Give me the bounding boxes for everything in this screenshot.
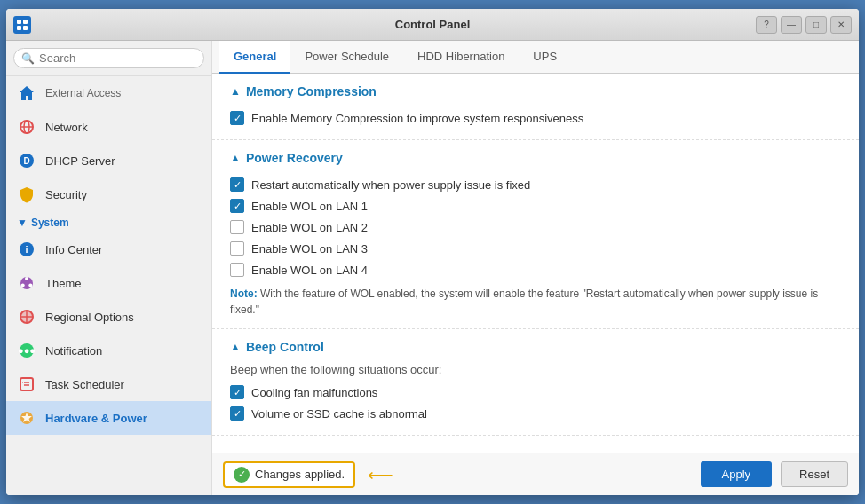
sidebar-item-external-access[interactable]: External Access xyxy=(6,76,211,110)
svg-text:●●●: ●●● xyxy=(18,345,36,356)
home-icon xyxy=(17,83,36,103)
bottom-bar: ✓ Changes applied. ⟵ Apply Reset xyxy=(212,453,859,495)
tab-power-schedule[interactable]: Power Schedule xyxy=(290,41,403,74)
wol-lan1-row: ✓ Enable WOL on LAN 1 xyxy=(230,195,841,217)
titlebar-left xyxy=(13,16,31,34)
tab-bar: General Power Schedule HDD Hibernation U… xyxy=(212,41,859,74)
svg-rect-2 xyxy=(17,26,21,30)
power-recovery-section: ▲ Power Recovery ✓ Restart automatically… xyxy=(212,140,859,329)
help-button[interactable]: ? xyxy=(756,16,777,34)
tab-hdd-hibernation[interactable]: HDD Hibernation xyxy=(403,41,519,74)
wol-lan1-checkbox[interactable]: ✓ xyxy=(230,199,244,213)
notification-icon: ●●● xyxy=(17,341,36,360)
restart-auto-checkbox[interactable]: ✓ xyxy=(230,177,244,192)
sidebar-item-network[interactable]: Network xyxy=(6,110,211,144)
beep-volume-checkbox[interactable]: ✓ xyxy=(230,406,244,421)
minimize-button[interactable]: — xyxy=(781,16,802,34)
note-label: Note: xyxy=(230,287,258,300)
sidebar: 🔍 External Access Network xyxy=(6,41,212,495)
sidebar-item-task-scheduler[interactable]: Task Scheduler xyxy=(6,367,211,401)
svg-point-14 xyxy=(21,284,25,287)
close-button[interactable]: ✕ xyxy=(830,16,852,34)
reset-button[interactable]: Reset xyxy=(781,461,848,487)
wol-lan4-checkbox[interactable] xyxy=(230,263,244,277)
sidebar-label-notification: Notification xyxy=(45,344,102,358)
sidebar-label-hardware-power: Hardware & Power xyxy=(45,412,147,425)
network-icon xyxy=(17,117,36,137)
restart-auto-row: ✓ Restart automatically when power suppl… xyxy=(230,174,841,195)
beep-fan-label: Cooling fan malfunctions xyxy=(251,386,377,399)
sidebar-item-notification[interactable]: ●●● Notification xyxy=(6,334,211,367)
svg-rect-0 xyxy=(17,20,21,24)
search-icon: 🔍 xyxy=(21,52,35,65)
info-icon: i xyxy=(17,240,36,259)
task-icon xyxy=(17,374,36,394)
enable-mem-comp-label: Enable Memory Compression to improve sys… xyxy=(251,112,583,125)
chevron-icon: ▲ xyxy=(230,85,241,98)
changes-check-icon: ✓ xyxy=(234,467,250,483)
tab-ups[interactable]: UPS xyxy=(519,41,571,74)
titlebar-controls: ? — □ ✕ xyxy=(756,16,852,34)
wol-lan3-checkbox[interactable] xyxy=(230,241,244,256)
svg-text:i: i xyxy=(25,244,28,255)
control-panel-window: Control Panel ? — □ ✕ 🔍 External Access xyxy=(6,9,859,495)
beep-volume-label: Volume or SSD cache is abnormal xyxy=(251,407,427,421)
chevron-down-icon: ▼ xyxy=(17,217,28,229)
chevron-icon-2: ▲ xyxy=(230,152,241,164)
system-section-header[interactable]: ▼ System xyxy=(6,211,211,232)
maximize-button[interactable]: □ xyxy=(805,16,827,34)
apply-button[interactable]: Apply xyxy=(701,461,773,487)
svg-rect-21 xyxy=(20,378,33,390)
sidebar-item-security[interactable]: Security xyxy=(6,177,211,211)
memory-compression-title: ▲ Memory Compression xyxy=(230,84,841,98)
wol-note: Note: With the feature of WOL enabled, t… xyxy=(230,286,841,318)
svg-point-12 xyxy=(25,277,28,280)
svg-text:D: D xyxy=(23,156,29,166)
note-content: With the feature of WOL enabled, the sys… xyxy=(230,287,818,316)
content-area: 🔍 External Access Network xyxy=(6,41,859,495)
power-recovery-title: ▲ Power Recovery xyxy=(230,151,841,165)
wol-lan3-row: Enable WOL on LAN 3 xyxy=(230,238,841,259)
search-input[interactable] xyxy=(39,51,196,65)
beep-control-section: ▲ Beep Control Beep when the following s… xyxy=(212,329,859,436)
search-bar: 🔍 xyxy=(6,41,211,76)
wol-lan4-row: Enable WOL on LAN 4 xyxy=(230,259,841,280)
sidebar-item-info-center[interactable]: i Info Center xyxy=(6,232,211,266)
sidebar-label-dhcp: DHCP Server xyxy=(45,154,115,168)
theme-icon xyxy=(17,273,36,293)
dhcp-icon: D xyxy=(17,151,36,170)
sidebar-label-regional: Regional Options xyxy=(45,311,134,324)
sidebar-item-hardware-power[interactable]: Hardware & Power xyxy=(6,401,211,435)
memory-compression-label: Memory Compression xyxy=(246,84,377,98)
sidebar-item-theme[interactable]: Theme xyxy=(6,266,211,300)
tab-general[interactable]: General xyxy=(219,41,290,74)
sidebar-label-info-center: Info Center xyxy=(45,243,102,256)
sidebar-item-regional[interactable]: Regional Options xyxy=(6,300,211,334)
memory-compression-section: ▲ Memory Compression ✓ Enable Memory Com… xyxy=(212,74,859,140)
app-icon xyxy=(13,16,31,34)
chevron-icon-3: ▲ xyxy=(230,341,241,353)
svg-point-13 xyxy=(28,284,32,287)
beep-fan-row: ✓ Cooling fan malfunctions xyxy=(230,382,841,403)
titlebar: Control Panel ? — □ ✕ xyxy=(6,9,859,41)
restart-auto-label: Restart automatically when power supply … xyxy=(251,178,530,192)
enable-mem-comp-checkbox[interactable]: ✓ xyxy=(230,111,244,125)
power-recovery-label: Power Recovery xyxy=(246,151,343,165)
wol-lan2-row: Enable WOL on LAN 2 xyxy=(230,217,841,238)
beep-fan-checkbox[interactable]: ✓ xyxy=(230,385,244,399)
sidebar-label-external-access: External Access xyxy=(45,87,121,99)
hardware-icon xyxy=(17,408,36,428)
svg-rect-3 xyxy=(23,26,28,30)
sidebar-label-task-scheduler: Task Scheduler xyxy=(45,378,124,391)
beep-intro: Beep when the following situations occur… xyxy=(230,363,841,376)
search-input-wrap[interactable]: 🔍 xyxy=(13,48,204,68)
wol-lan2-checkbox[interactable] xyxy=(230,220,244,234)
beep-volume-row: ✓ Volume or SSD cache is abnormal xyxy=(230,403,841,424)
wol-lan2-label: Enable WOL on LAN 2 xyxy=(251,221,368,234)
sidebar-item-dhcp[interactable]: D DHCP Server xyxy=(6,144,211,177)
sidebar-label-security: Security xyxy=(45,188,87,201)
svg-rect-1 xyxy=(23,20,28,24)
memory-comp-row: ✓ Enable Memory Compression to improve s… xyxy=(230,107,841,129)
arrow-icon: ⟵ xyxy=(368,464,393,485)
beep-control-label: Beep Control xyxy=(246,340,324,354)
